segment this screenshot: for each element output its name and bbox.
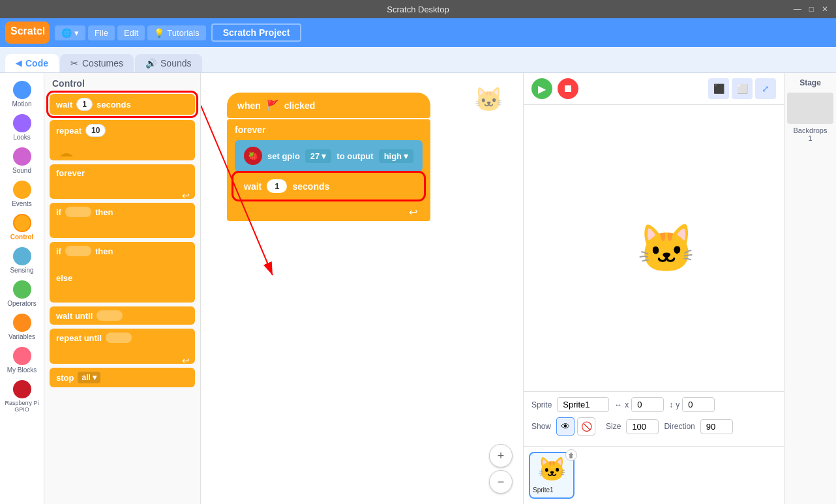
sidebar-item-looks[interactable]: Looks: [3, 111, 42, 143]
sprite-name-input[interactable]: [557, 397, 609, 412]
show-label: Show: [531, 422, 551, 431]
repeat-until-block[interactable]: repeat until: [50, 329, 195, 347]
close-btn[interactable]: ✕: [819, 5, 831, 14]
tab-code[interactable]: ◀ Code: [5, 54, 59, 72]
gpio-pin-dropdown[interactable]: 27 ▾: [305, 149, 331, 163]
stage-area: ▶ ⏹ ⬛ ⬜ ⤢ 🐱: [523, 73, 784, 504]
repeat-until-block-container: repeat until ↩: [50, 329, 195, 364]
show-visible-btn[interactable]: 👁: [556, 417, 575, 436]
small-stage-btn[interactable]: ⬛: [708, 78, 729, 99]
when-label: when: [237, 100, 261, 111]
window-controls[interactable]: — □ ✕: [791, 5, 831, 14]
sidebar-item-operators[interactable]: Operators: [3, 278, 42, 310]
sidebar-item-control[interactable]: Control: [3, 211, 42, 243]
sprites-list: 🐱 Sprite1 🗑: [524, 446, 784, 504]
stage-cat-sprite: 🐱: [637, 220, 696, 276]
globe-arrow: ▾: [74, 28, 79, 38]
minimize-btn[interactable]: —: [791, 5, 804, 14]
globe-menu[interactable]: 🌐 ▾: [55, 25, 85, 40]
wait-canvas-block[interactable]: wait 1 seconds: [235, 174, 423, 198]
direction-label: Direction: [664, 422, 694, 431]
category-sidebar: Motion Looks Sound Events Control Sensin…: [0, 73, 44, 504]
costumes-icon: ✂: [70, 58, 78, 68]
x-input[interactable]: [631, 397, 664, 412]
gpio-block[interactable]: 🍓 set gpio 27 ▾ to output high ▾: [235, 140, 423, 171]
stage-backdrop-thumb: [787, 93, 833, 124]
if-condition-slot: [65, 207, 91, 217]
script-area: 🐱 when 🚩 clicked forever 🍓 set gpio: [201, 73, 523, 504]
wait-block[interactable]: wait 1 seconds: [50, 94, 195, 115]
stage-controls: ▶ ⏹ ⬛ ⬜ ⤢: [524, 73, 784, 105]
edit-menu[interactable]: Edit: [117, 25, 145, 40]
large-stage-btn[interactable]: ⬜: [732, 78, 753, 99]
gpio-value-dropdown[interactable]: high ▾: [379, 149, 413, 163]
show-hidden-btn[interactable]: 🚫: [577, 417, 595, 436]
repeat-block[interactable]: repeat 10: [50, 120, 195, 141]
looks-label: Looks: [13, 134, 31, 141]
stop-block[interactable]: stop all ▾: [50, 368, 195, 387]
zoom-out-icon: −: [498, 475, 505, 489]
if2-label: if: [56, 246, 61, 256]
y-input[interactable]: [682, 397, 715, 412]
window-title: Scratch Desktop: [387, 5, 449, 14]
sprite1-delete-btn[interactable]: 🗑: [565, 449, 577, 461]
forever-canvas-block[interactable]: forever 🍓 set gpio 27 ▾ to output high: [227, 119, 430, 221]
tabbar: ◀ Code ✂ Costumes 🔊 Sounds: [0, 47, 836, 73]
tab-sounds[interactable]: 🔊 Sounds: [135, 54, 202, 72]
sidebar-item-variables[interactable]: Variables: [3, 311, 42, 343]
zoom-controls: + −: [489, 444, 513, 494]
fullscreen-btn[interactable]: ⤢: [755, 78, 776, 99]
project-name-input[interactable]: Scratch Project: [211, 23, 302, 42]
sprite1-thumb[interactable]: 🐱 Sprite1 🗑: [529, 452, 575, 499]
size-input[interactable]: [626, 419, 659, 434]
tutorials-menu[interactable]: 💡 Tutorials: [147, 25, 205, 40]
looks-dot: [13, 114, 31, 132]
direction-input[interactable]: [700, 419, 733, 434]
zoom-in-icon: +: [498, 449, 505, 463]
forever-block[interactable]: forever: [50, 164, 195, 182]
green-flag-button[interactable]: ▶: [531, 78, 552, 99]
stop-button[interactable]: ⏹: [558, 78, 578, 99]
sidebar-item-sensing[interactable]: Sensing: [3, 245, 42, 276]
stage-sidebar-title: Stage: [787, 78, 833, 87]
sidebar-item-events[interactable]: Events: [3, 178, 42, 210]
wait-canvas-value[interactable]: 1: [267, 179, 287, 193]
sprite-details-row: Show 👁 🚫 Size Direction: [531, 417, 776, 436]
sidebar-item-sound[interactable]: Sound: [3, 145, 42, 177]
when-flag-block[interactable]: when 🚩 clicked: [227, 93, 430, 118]
tab-costumes-label: Costumes: [82, 58, 123, 68]
if-then-block[interactable]: if then: [50, 203, 195, 221]
events-dot: [13, 181, 31, 199]
sprite-info-panel: Sprite ↔ x ↕ y Show 👁 🚫: [524, 391, 784, 446]
if-label: if: [56, 207, 61, 217]
tab-costumes[interactable]: ✂ Costumes: [60, 54, 134, 72]
myblocks-label: My Blocks: [7, 366, 37, 374]
sidebar-item-myblocks[interactable]: My Blocks: [3, 344, 42, 376]
repeat-inner: [50, 141, 195, 154]
repeat-value[interactable]: 10: [85, 124, 106, 137]
scratch-logo: Scratch: [5, 22, 50, 44]
main-content: Motion Looks Sound Events Control Sensin…: [0, 73, 836, 504]
repeat-label: repeat: [56, 126, 82, 136]
maximize-btn[interactable]: □: [807, 5, 816, 14]
show-buttons: 👁 🚫: [556, 417, 595, 436]
clicked-label: clicked: [284, 100, 315, 111]
script-canvas[interactable]: 🐱 when 🚩 clicked forever 🍓 set gpio: [201, 73, 523, 504]
stage-canvas: 🐱: [524, 105, 784, 391]
set-gpio-label: set gpio: [267, 151, 300, 161]
file-menu[interactable]: File: [88, 25, 115, 40]
y-coord-group: ↕ y: [669, 397, 715, 412]
forever-label: forever: [56, 168, 85, 178]
if-inner: [50, 221, 195, 231]
if-else-block[interactable]: if then: [50, 242, 195, 260]
zoom-in-button[interactable]: +: [489, 444, 513, 467]
sidebar-item-raspi[interactable]: Raspberry Pi GPIO: [3, 378, 42, 415]
backdrops-label: Backdrops: [787, 126, 833, 134]
wait-value[interactable]: 1: [76, 98, 93, 111]
sidebar-item-motion[interactable]: Motion: [3, 78, 42, 110]
else-label: else: [56, 273, 72, 283]
sensing-dot: [13, 247, 31, 265]
if-else-bottom: [50, 296, 195, 303]
wait-until-block[interactable]: wait until: [50, 306, 195, 325]
zoom-out-button[interactable]: −: [489, 470, 513, 494]
